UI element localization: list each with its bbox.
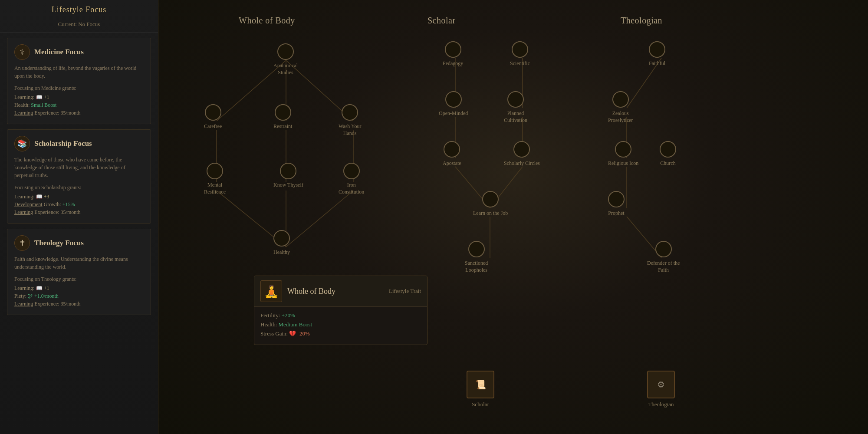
node-label-pedagogy: Pedagogy xyxy=(443,60,463,67)
node-learn-on-the-job[interactable]: Learn on the Job xyxy=(473,191,508,217)
tooltip-body: Fertility: +20% Health: Medium Boost Str… xyxy=(254,307,427,345)
node-circle-church xyxy=(660,141,676,158)
node-label-prophet: Prophet xyxy=(608,210,624,217)
node-label-know: Know Thyself xyxy=(273,182,303,189)
theology-stat-piety: Piety: 🕊 +1.0/month xyxy=(14,293,144,299)
node-circle-carefree xyxy=(205,104,221,121)
col-header-scholar: Scholar xyxy=(427,16,456,26)
theologian-bottom-icon[interactable]: ⚙ Theologian xyxy=(647,371,675,408)
scholarship-focus-header: 📚 Scholarship Focus xyxy=(14,136,144,151)
scholarship-focus-card[interactable]: 📚 Scholarship Focus The knowledge of tho… xyxy=(7,129,151,224)
node-label-anatomical: AnatomicalStudies xyxy=(273,62,298,76)
node-label-planned: PlannedCultivation xyxy=(504,110,527,124)
scholarship-focus-icon: 📚 xyxy=(14,136,30,151)
node-know-thyself[interactable]: Know Thyself xyxy=(273,163,303,189)
scholarship-stat-dev: Development Growth: +15% xyxy=(14,201,144,208)
node-label-wash: Wash YourHands xyxy=(339,123,361,137)
node-circle-faithful xyxy=(649,41,665,58)
svg-line-8 xyxy=(286,191,353,247)
node-circle-learn xyxy=(482,191,499,207)
sidebar: Lifestyle Focus Current: No Focus ⚕ Medi… xyxy=(0,0,158,434)
node-label-iron: IronConstitution xyxy=(339,182,364,195)
scholarship-focus-title: Scholarship Focus xyxy=(34,139,92,148)
node-apostate[interactable]: Apostate xyxy=(443,141,461,167)
node-defender-of-faith[interactable]: Defender of theFaith xyxy=(647,241,680,273)
node-zealous-proselytizer[interactable]: ZealousProselytizer xyxy=(608,91,633,124)
scholarship-stat-learning: Learning: 📖 +3 xyxy=(14,194,144,200)
node-label-healthy: Healthy xyxy=(273,249,290,256)
tooltip-stat-fertility: Fertility: +20% xyxy=(260,312,421,319)
theologian-icon-label: Theologian xyxy=(648,401,674,408)
medicine-stat-exp: Learning Experience: 35/month xyxy=(14,110,144,116)
node-circle-mental xyxy=(207,163,223,179)
node-carefree[interactable]: Carefree xyxy=(204,104,222,130)
medicine-focus-icon: ⚕ xyxy=(14,44,30,60)
medicine-focus-card[interactable]: ⚕ Medicine Focus An understanding of lif… xyxy=(7,38,151,124)
node-label-carefree: Carefree xyxy=(204,123,222,130)
node-circle-apostate xyxy=(444,141,460,158)
node-pedagogy[interactable]: Pedagogy xyxy=(443,41,463,67)
node-label-open-minded: Open-Minded xyxy=(439,110,468,117)
node-label-learn: Learn on the Job xyxy=(473,210,508,217)
node-circle-open-minded xyxy=(445,91,462,108)
tooltip-icon: 🧘 xyxy=(260,280,282,302)
scholarship-stat-exp: Learning Experience: 35/month xyxy=(14,209,144,216)
node-label-sanctioned: SanctionedLoopholes xyxy=(465,260,488,273)
theology-stat-exp: Learning Experience: 35/month xyxy=(14,301,144,307)
node-circle-planned xyxy=(507,91,524,108)
node-circle-restraint xyxy=(275,104,291,121)
tooltip-whole-of-body: 🧘 Whole of Body Lifestyle Trait Fertilit… xyxy=(254,276,427,345)
theology-focus-card[interactable]: ✝ Theology Focus Faith and knowledge. Un… xyxy=(7,229,151,315)
node-sanctioned-loopholes[interactable]: SanctionedLoopholes xyxy=(465,241,488,273)
node-anatomical-studies[interactable]: AnatomicalStudies xyxy=(273,43,298,76)
node-open-minded[interactable]: Open-Minded xyxy=(439,91,468,117)
node-circle-religious-icon xyxy=(615,141,631,158)
node-circle-scholarly xyxy=(513,141,530,158)
node-religious-icon[interactable]: Religious Icon xyxy=(608,141,638,167)
node-circle-scientific xyxy=(512,41,528,58)
tooltip-stat-stress: Stress Gain: 💔 -20% xyxy=(260,330,421,337)
node-church[interactable]: Church xyxy=(660,141,676,167)
theologian-icon-img: ⚙ xyxy=(647,371,675,398)
node-label-church: Church xyxy=(660,160,675,167)
node-scientific[interactable]: Scientific xyxy=(510,41,530,67)
node-label-defender: Defender of theFaith xyxy=(647,260,680,273)
node-circle-pedagogy xyxy=(445,41,461,58)
medicine-grants-label: Focusing on Medicine grants: xyxy=(14,85,144,92)
node-circle-defender xyxy=(655,241,672,257)
node-circle-healthy xyxy=(273,230,290,247)
node-scholarly-circles[interactable]: Scholarly Circles xyxy=(504,141,540,167)
node-label-scientific: Scientific xyxy=(510,60,530,67)
node-circle-know xyxy=(280,163,296,179)
node-mental-resilience[interactable]: MentalResilience xyxy=(204,163,226,195)
node-wash-your-hands[interactable]: Wash YourHands xyxy=(339,104,361,137)
node-faithful[interactable]: Faithful xyxy=(649,41,665,67)
node-label-faithful: Faithful xyxy=(649,60,665,67)
scholar-icon-img: 📜 xyxy=(467,371,494,398)
medicine-stat-learning: Learning: 📖 +1 xyxy=(14,94,144,101)
node-healthy[interactable]: Healthy xyxy=(273,230,290,256)
node-planned-cultivation[interactable]: PlannedCultivation xyxy=(504,91,527,124)
node-label-scholarly: Scholarly Circles xyxy=(504,160,540,167)
medicine-focus-header: ⚕ Medicine Focus xyxy=(14,44,144,60)
theology-focus-desc: Faith and knowledge. Understanding the d… xyxy=(14,255,144,271)
theology-stat-learning: Learning: 📖 +1 xyxy=(14,285,144,292)
tooltip-type: Lifestyle Trait xyxy=(389,288,421,295)
scholar-bottom-icon[interactable]: 📜 Scholar xyxy=(467,371,494,408)
theology-focus-header: ✝ Theology Focus xyxy=(14,235,144,251)
node-prophet[interactable]: Prophet xyxy=(608,191,625,217)
sidebar-current: Current: No Focus xyxy=(0,18,158,33)
node-circle-zealous xyxy=(612,91,629,108)
node-restraint[interactable]: Restraint xyxy=(273,104,292,130)
node-circle-iron xyxy=(343,163,360,179)
medicine-focus-desc: An understanding of life, beyond the vag… xyxy=(14,64,144,80)
tooltip-stat-health: Health: Medium Boost xyxy=(260,321,421,328)
tooltip-title: Whole of Body xyxy=(287,287,384,296)
node-circle-wash xyxy=(342,104,358,121)
node-label-religious-icon: Religious Icon xyxy=(608,160,638,167)
theology-focus-title: Theology Focus xyxy=(34,239,84,247)
sidebar-title: Lifestyle Focus xyxy=(0,0,158,18)
node-iron-constitution[interactable]: IronConstitution xyxy=(339,163,364,195)
scholarship-grants-label: Focusing on Scholarship grants: xyxy=(14,184,144,191)
scholar-icon-label: Scholar xyxy=(472,401,489,408)
